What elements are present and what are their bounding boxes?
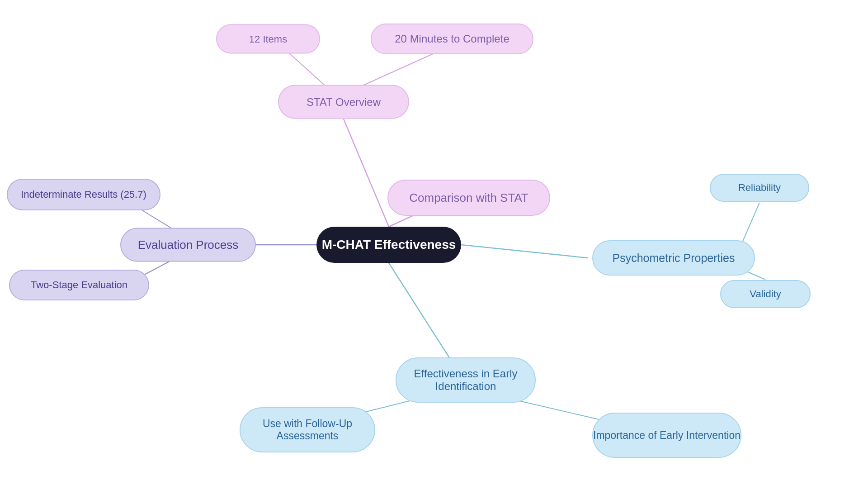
use-followup-node[interactable]: Use with Follow-Up Assessments	[240, 407, 375, 452]
comparison-stat-node[interactable]: Comparison with STAT	[387, 180, 550, 216]
validity-node[interactable]: Validity	[720, 280, 811, 308]
svg-line-7	[461, 245, 588, 258]
svg-line-1	[289, 53, 326, 86]
svg-line-8	[741, 203, 760, 244]
two-stage-evaluation-node[interactable]: Two-Stage Evaluation	[9, 270, 149, 300]
twenty-minutes-node[interactable]: 20 Minutes to Complete	[371, 24, 533, 54]
center-node[interactable]: M-CHAT Effectiveness	[316, 227, 461, 263]
svg-line-0	[344, 119, 389, 227]
evaluation-process-node[interactable]: Evaluation Process	[120, 228, 256, 262]
importance-early-node[interactable]: Importance of Early Intervention	[592, 413, 741, 458]
twelve-items-node[interactable]: 12 Items	[216, 24, 320, 54]
stat-overview-node[interactable]: STAT Overview	[278, 85, 409, 119]
svg-line-10	[389, 263, 452, 362]
psychometric-properties-node[interactable]: Psychometric Properties	[592, 240, 755, 276]
svg-line-2	[362, 53, 434, 86]
indeterminate-results-node[interactable]: Indeterminate Results (25.7)	[7, 179, 160, 210]
effectiveness-early-node[interactable]: Effectiveness in Early Identification	[396, 357, 536, 403]
svg-line-5	[140, 209, 172, 228]
reliability-node[interactable]: Reliability	[710, 174, 809, 202]
